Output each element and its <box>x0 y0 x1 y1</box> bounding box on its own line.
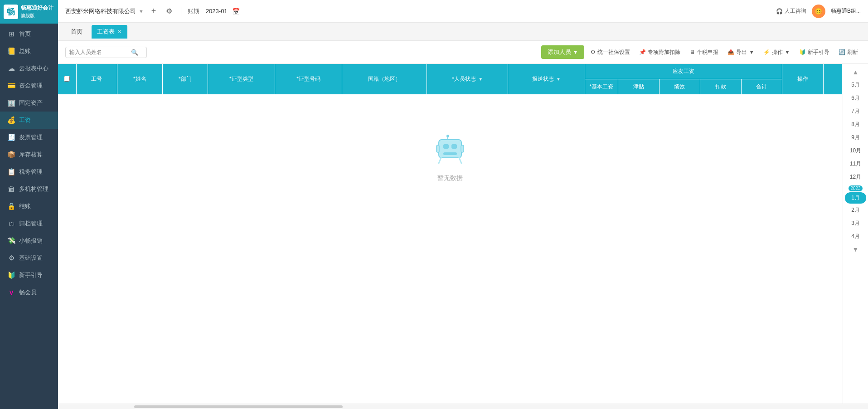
sidebar-item-label: 结账 <box>19 202 31 210</box>
guide-button[interactable]: 🔰 新手引导 <box>796 47 832 58</box>
fund-icon: 💳 <box>7 82 15 90</box>
add-person-label: 添加人员 <box>548 48 571 56</box>
tab-close-icon[interactable]: ✕ <box>117 29 122 35</box>
operations-icon: ⚡ <box>763 49 770 55</box>
guide-label: 新手引导 <box>808 49 829 56</box>
topbar-divider <box>181 7 181 16</box>
social-security-label: 统一社保设置 <box>597 49 630 56</box>
toolbar-right: 添加人员 ▼ ⚙ 统一社保设置 📌 专项附加扣除 🖥 个税申报 📤 导 <box>541 45 861 59</box>
company-dropdown-icon: ▼ <box>139 9 144 14</box>
tax-report-icon: 🖥 <box>689 49 695 55</box>
sidebar-item-label: 工资 <box>19 116 31 124</box>
svg-rect-2 <box>451 144 457 149</box>
th-payroll-group: 应发工资 <box>585 64 782 79</box>
logo-version: 旗舰版 <box>21 13 53 19</box>
operations-button[interactable]: ⚡ 操作 ▼ <box>761 47 793 58</box>
search-input[interactable] <box>69 49 128 55</box>
sidebar-item-salary[interactable]: 💰 工资 <box>0 112 58 129</box>
table-wrapper: 工号 *姓名 *部门 *证型类型 <box>58 64 843 404</box>
date-month-2022-07[interactable]: 7月 <box>843 105 868 118</box>
guide-icon: 🔰 <box>7 271 15 279</box>
tab-salary-label: 工资表 <box>97 28 115 36</box>
tax-report-button[interactable]: 🖥 个税申报 <box>687 47 721 58</box>
date-month-2023-01[interactable]: 1月 <box>845 192 866 204</box>
select-all-checkbox[interactable] <box>64 76 70 82</box>
search-box[interactable]: 🔍 <box>65 47 147 58</box>
year-2023-badge: 2023 <box>849 185 862 191</box>
sidebar-item-tax[interactable]: 📋 税务管理 <box>0 163 58 180</box>
sidebar-item-cloud-report[interactable]: ☁ 云报表中心 <box>0 60 58 77</box>
th-performance: 绩效 <box>659 79 700 95</box>
sidebar-item-ledger[interactable]: 📒 总账 <box>0 43 58 60</box>
date-nav-up-button[interactable]: ▲ <box>852 68 860 77</box>
tax-icon: 📋 <box>7 168 15 176</box>
date-month-2022-08[interactable]: 8月 <box>843 118 868 131</box>
salary-icon: 💰 <box>7 116 15 124</box>
sidebar-nav: ⊞ 首页 📒 总账 ☁ 云报表中心 💳 资金管理 🏢 固定资产 💰 工资 🧾 发… <box>0 24 58 409</box>
sidebar-item-settings[interactable]: ⚙ 基础设置 <box>0 249 58 267</box>
search-icon: 🔍 <box>131 49 138 56</box>
svg-rect-1 <box>443 144 449 149</box>
date-nav-down-button[interactable]: ▼ <box>852 245 860 254</box>
main-area: 西安虾米网络科技有限公司 ▼ + ⚙ 账期 2023-01 📅 🎧 人工咨询 😊… <box>58 0 868 409</box>
sidebar-item-home[interactable]: ⊞ 首页 <box>0 25 58 43</box>
date-month-2023-02[interactable]: 2月 <box>843 204 868 217</box>
date-month-2022-05[interactable]: 5月 <box>843 78 868 92</box>
svg-rect-3 <box>436 145 439 152</box>
add-company-button[interactable]: + <box>148 6 159 17</box>
sidebar-item-inventory[interactable]: 📦 库存核算 <box>0 146 58 163</box>
export-button[interactable]: 📤 导出 ▼ <box>725 47 757 58</box>
export-icon: 📤 <box>727 49 734 55</box>
date-month-2022-12[interactable]: 12月 <box>843 170 868 184</box>
svg-point-7 <box>446 135 449 137</box>
social-security-icon: ⚙ <box>591 49 596 55</box>
sidebar-item-fixed-assets[interactable]: 🏢 固定资产 <box>0 94 58 112</box>
sidebar-item-label: 畅会员 <box>19 288 37 297</box>
special-deduction-button[interactable]: 📌 专项附加扣除 <box>636 47 683 58</box>
cloud-icon: ☁ <box>7 64 15 73</box>
report-status-filter-icon[interactable]: ▼ <box>556 77 561 82</box>
status-filter-icon[interactable]: ▼ <box>478 77 483 82</box>
period-label: 账期 <box>188 7 199 15</box>
date-month-2022-11[interactable]: 11月 <box>843 157 868 170</box>
invoice-icon: 🧾 <box>7 133 15 141</box>
th-checkbox[interactable] <box>58 64 76 94</box>
topbar-right: 🎧 人工咨询 😊 畅惠通B组... <box>776 5 861 18</box>
user-avatar: 😊 <box>812 5 825 18</box>
horizontal-scrollbar-thumb[interactable] <box>134 405 343 408</box>
sidebar-item-multi-org[interactable]: 🏛 多机构管理 <box>0 180 58 198</box>
sidebar-item-guide[interactable]: 🔰 新手引导 <box>0 267 58 284</box>
close-period-icon: 🔒 <box>7 202 15 210</box>
refresh-button[interactable]: 🔄 刷新 <box>836 47 861 58</box>
sidebar-item-fund[interactable]: 💳 资金管理 <box>0 77 58 94</box>
tab-salary-table[interactable]: 工资表 ✕ <box>92 25 127 39</box>
th-dept: *部门 <box>162 64 208 94</box>
fixed-assets-icon: 🏢 <box>7 99 15 107</box>
sidebar-item-label: 新手引导 <box>19 271 43 279</box>
calendar-icon[interactable]: 📅 <box>232 8 240 15</box>
tabbar: 首页 工资表 ✕ <box>58 23 868 41</box>
sidebar-item-member[interactable]: V 畅会员 <box>0 284 58 301</box>
date-month-2022-09[interactable]: 9月 <box>843 131 868 144</box>
tab-home[interactable]: 首页 <box>63 25 90 39</box>
home-icon: ⊞ <box>7 30 15 38</box>
sidebar-item-invoice[interactable]: 🧾 发票管理 <box>0 129 58 146</box>
company-settings-button[interactable]: ⚙ <box>164 6 175 17</box>
svg-rect-5 <box>443 152 457 155</box>
sidebar-item-archive[interactable]: 🗂 归档管理 <box>0 215 58 232</box>
export-label: 导出 <box>736 49 747 56</box>
company-selector[interactable]: 西安虾米网络科技有限公司 ▼ <box>65 7 144 15</box>
date-month-2023-04[interactable]: 4月 <box>843 230 868 243</box>
period-value: 2023-01 <box>206 8 228 15</box>
sidebar-item-label: 资金管理 <box>19 82 43 90</box>
sidebar-item-close[interactable]: 🔒 结账 <box>0 198 58 215</box>
social-security-button[interactable]: ⚙ 统一社保设置 <box>588 47 633 58</box>
sidebar-item-expense[interactable]: 💸 小畅报销 <box>0 232 58 249</box>
date-month-2023-03[interactable]: 3月 <box>843 217 868 230</box>
add-person-button[interactable]: 添加人员 ▼ <box>541 45 584 59</box>
toolbar: 🔍 添加人员 ▼ ⚙ 统一社保设置 📌 专项附加扣除 🖥 个税申报 <box>58 41 868 64</box>
date-month-2022-10[interactable]: 10月 <box>843 144 868 157</box>
date-month-2022-06[interactable]: 6月 <box>843 92 868 105</box>
service-button[interactable]: 🎧 人工咨询 <box>776 7 806 15</box>
inventory-icon: 📦 <box>7 151 15 159</box>
